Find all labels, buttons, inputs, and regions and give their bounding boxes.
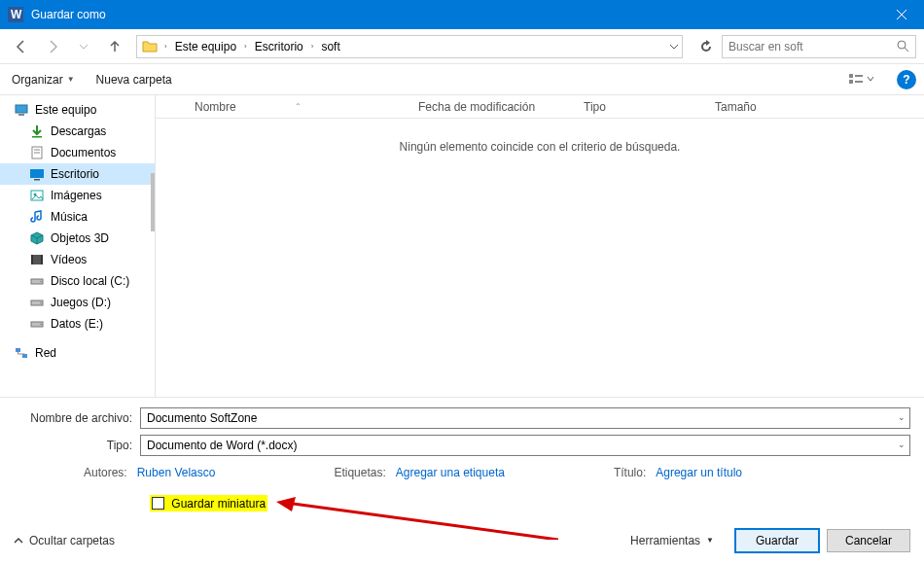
recent-dropdown[interactable] [70, 33, 97, 60]
title-meta-value[interactable]: Agregar un título [656, 466, 742, 479]
chevron-right-icon[interactable]: › [307, 42, 318, 51]
svg-rect-19 [41, 255, 43, 264]
tree-item-3[interactable]: Imágenes [0, 185, 155, 206]
chevron-right-icon[interactable]: › [240, 42, 251, 51]
forward-button[interactable] [39, 33, 66, 60]
empty-message: Ningún elemento coincide con el criterio… [156, 140, 924, 154]
hide-folders-button[interactable]: Ocultar carpetas [14, 534, 115, 547]
col-modified[interactable]: Fecha de modificación [418, 100, 584, 114]
chevron-right-icon[interactable]: › [160, 42, 171, 51]
body-area: Este equipoDescargasDocumentosEscritorio… [0, 95, 924, 397]
save-thumbnail-label: Guardar miniatura [171, 497, 266, 511]
tree-label: Datos (E:) [51, 317, 103, 331]
breadcrumb-mid[interactable]: Escritorio [251, 40, 307, 53]
navigation-bar: › Este equipo › Escritorio › soft [0, 29, 924, 64]
tags-label: Etiquetas: [334, 466, 385, 479]
svg-rect-7 [16, 105, 27, 113]
save-panel: Nombre de archivo: Documento SoftZone ⌄ … [0, 397, 924, 560]
svg-rect-14 [34, 179, 40, 181]
svg-rect-13 [30, 169, 44, 178]
tree-item-2[interactable]: Escritorio [0, 163, 155, 185]
col-size[interactable]: Tamaño [715, 100, 812, 114]
svg-point-23 [40, 302, 42, 304]
tree-label: Documentos [51, 146, 116, 159]
tree-item-5[interactable]: Objetos 3D [0, 228, 155, 249]
col-name[interactable]: Nombre [195, 100, 236, 114]
breadcrumb-root[interactable]: Este equipo [171, 40, 240, 53]
tags-value[interactable]: Agregar una etiqueta [396, 466, 505, 479]
tree-network[interactable]: Red [0, 342, 155, 364]
titlebar: W Guardar como [0, 0, 924, 29]
caret-down-icon: ▼ [706, 536, 714, 545]
tree-item-0[interactable]: Descargas [0, 121, 155, 142]
tree-item-6[interactable]: Vídeos [0, 249, 155, 270]
refresh-button[interactable] [694, 35, 718, 58]
view-options-button[interactable] [844, 69, 877, 90]
tree-item-8[interactable]: Juegos (D:) [0, 292, 155, 313]
metadata-row: Autores: Ruben Velasco Etiquetas: Agrega… [14, 466, 910, 479]
back-button[interactable] [8, 33, 35, 60]
organize-menu[interactable]: Organizar ▼ [8, 71, 79, 88]
breadcrumb-bar[interactable]: › Este equipo › Escritorio › soft [136, 35, 683, 58]
search-box[interactable] [722, 35, 916, 58]
filetype-label: Tipo: [14, 439, 140, 452]
svg-rect-9 [32, 136, 42, 138]
tree-icon [29, 295, 45, 310]
search-input[interactable] [729, 40, 897, 53]
tree-item-7[interactable]: Disco local (C:) [0, 270, 155, 292]
tree-item-9[interactable]: Datos (E:) [0, 313, 155, 335]
tree-icon [29, 209, 45, 225]
tree-label: Red [35, 346, 56, 360]
tree-label: Escritorio [51, 167, 99, 181]
up-button[interactable] [101, 33, 128, 60]
filename-input[interactable]: Documento SoftZone ⌄ [140, 407, 910, 429]
word-app-icon: W [8, 7, 23, 22]
svg-rect-6 [855, 81, 863, 83]
chevron-down-icon[interactable] [670, 43, 678, 51]
help-button[interactable]: ? [897, 70, 916, 89]
tree-label: Objetos 3D [51, 231, 109, 245]
filename-label: Nombre de archivo: [14, 411, 140, 425]
save-button[interactable]: Guardar [735, 529, 819, 552]
file-list-panel: Nombre⌃ Fecha de modificación Tipo Tamañ… [156, 95, 924, 397]
title-meta-label: Título: [614, 466, 646, 479]
tree-item-1[interactable]: Documentos [0, 142, 155, 163]
sort-indicator-icon: ⌃ [295, 102, 302, 111]
close-button[interactable] [879, 0, 924, 29]
tree-label: Juegos (D:) [51, 296, 111, 309]
save-thumbnail-checkbox[interactable] [152, 497, 164, 510]
chevron-up-icon [14, 536, 23, 546]
tree-label: Imágenes [51, 189, 102, 202]
dialog-title: Guardar como [31, 8, 106, 21]
filetype-select[interactable]: Documento de Word (*.docx) ⌄ [140, 435, 910, 456]
tree-icon [29, 273, 45, 289]
tools-menu[interactable]: Herramientas ▼ [630, 534, 714, 547]
tree-icon [29, 252, 45, 267]
new-folder-button[interactable]: Nueva carpeta [92, 71, 176, 88]
svg-rect-5 [855, 75, 863, 77]
col-type[interactable]: Tipo [584, 100, 715, 114]
dropdown-caret-icon[interactable]: ⌄ [898, 440, 906, 449]
tree-label: Este equipo [35, 103, 96, 117]
tree-label: Música [51, 210, 88, 224]
tree-root-thispc[interactable]: Este equipo [0, 99, 155, 121]
tree-icon [29, 230, 45, 246]
caret-down-icon: ▼ [67, 75, 75, 84]
tree-icon [29, 166, 45, 182]
authors-value[interactable]: Ruben Velasco [137, 466, 216, 479]
tree-label: Descargas [51, 124, 106, 138]
folder-tree[interactable]: Este equipoDescargasDocumentosEscritorio… [0, 95, 156, 397]
cancel-button[interactable]: Cancelar [827, 529, 910, 552]
tree-icon [29, 188, 45, 203]
svg-marker-29 [276, 497, 296, 511]
svg-text:W: W [11, 8, 22, 21]
breadcrumb-leaf[interactable]: soft [317, 40, 343, 53]
tree-item-4[interactable]: Música [0, 206, 155, 228]
dropdown-caret-icon[interactable]: ⌄ [898, 412, 906, 422]
column-headers[interactable]: Nombre⌃ Fecha de modificación Tipo Tamañ… [156, 95, 924, 119]
tree-label: Disco local (C:) [51, 274, 129, 288]
svg-rect-4 [849, 80, 853, 84]
svg-point-21 [40, 281, 42, 283]
tree-icon [14, 102, 29, 118]
thumbnail-row: Guardar miniatura [14, 495, 910, 511]
